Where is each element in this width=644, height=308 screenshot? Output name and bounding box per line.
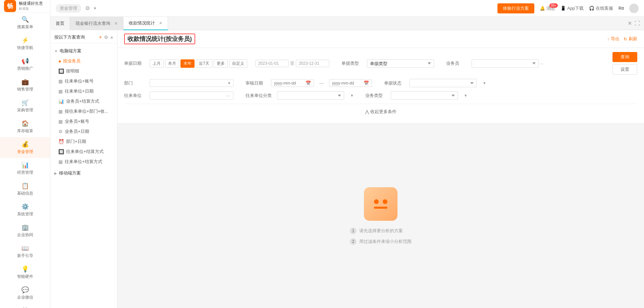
tab-expand-icon[interactable]: ⛶ bbox=[635, 20, 640, 27]
sidebar-item-system[interactable]: ⚙️ 系统管理 bbox=[0, 200, 50, 220]
counterpart-category-dropdown[interactable]: ▾ bbox=[351, 93, 353, 98]
doc-status-dropdown-icon[interactable]: ▾ bbox=[483, 81, 486, 86]
dept-receipt-icon: ▦ bbox=[58, 109, 63, 114]
date-label: 单据日期 bbox=[124, 60, 144, 66]
sidebar-item-wechat[interactable]: 💬 企业微信 bbox=[0, 283, 50, 304]
sidebar-item-member[interactable]: V 畅会员 bbox=[0, 304, 50, 308]
mobile-section: ▶ 移动端方案 bbox=[50, 168, 117, 178]
scheme-by-detail[interactable]: 🔲 按明细 bbox=[50, 66, 117, 76]
date-btn-this-month[interactable]: 本月 bbox=[165, 59, 179, 68]
scheme-counterpart-date[interactable]: ▦ 往来单位+日期 bbox=[50, 86, 117, 96]
tab-bank-flow-close[interactable]: ✕ bbox=[114, 21, 118, 26]
collapse-button[interactable]: ⋀ 收起更多条件 bbox=[361, 107, 400, 117]
sidebar-item-corp[interactable]: 🏢 企业协同 bbox=[0, 220, 50, 241]
sidebar-item-quick-nav[interactable]: ⚡ 快捷导航 bbox=[0, 33, 50, 54]
tab-bank-flow[interactable]: 现金银行流水查询 ✕ bbox=[70, 17, 123, 30]
refresh-icon: ↻ bbox=[624, 37, 627, 42]
business-type-select[interactable] bbox=[391, 91, 458, 100]
date-btn-last-7[interactable]: 近7天 bbox=[196, 59, 212, 68]
calendar-icon[interactable]: 📅 bbox=[306, 81, 311, 86]
audit-date-start[interactable]: 📅 bbox=[271, 79, 314, 87]
scheme-counterpart-settlement1[interactable]: 🔲 往来单位+结算方式 bbox=[50, 147, 117, 157]
date-start-input[interactable] bbox=[255, 60, 289, 67]
scheme-counterpart-account[interactable]: ▦ 往来单位+账号 bbox=[50, 76, 117, 86]
tab-receipt-stats-close[interactable]: ✕ bbox=[159, 21, 162, 25]
app-download-button[interactable]: 📱 App下载 bbox=[560, 5, 584, 11]
sidebar-item-operations[interactable]: 📊 经营管理 bbox=[0, 158, 50, 179]
counterpart-input[interactable]: ··· bbox=[150, 92, 233, 100]
scheme-salesperson-date[interactable]: ⚙ 业务员+日期 bbox=[50, 126, 117, 137]
sidebar-item-marketing[interactable]: 📢 营销推广 bbox=[0, 54, 50, 75]
briefcase-icon: 💼 bbox=[21, 78, 29, 86]
salesperson-more-icon[interactable]: ··· bbox=[540, 61, 544, 66]
sidebar-item-basic[interactable]: 📋 基础信息 bbox=[0, 179, 50, 200]
salesperson-label: 业务员 bbox=[446, 60, 466, 66]
scheme-by-salesperson[interactable]: ● 按业务员 bbox=[50, 56, 117, 66]
scheme-settings-icon[interactable]: ⚙ bbox=[104, 35, 108, 40]
scheme-label: 业务员+日期 bbox=[65, 129, 89, 135]
hint-text-2: 用过滤条件来缩小分析范围 bbox=[359, 239, 412, 245]
settings-button[interactable]: 设置 bbox=[612, 64, 637, 75]
date-range: 至 bbox=[255, 60, 329, 67]
scheme-counterpart-settlement2[interactable]: ▦ 往来单位+结算方式 bbox=[50, 157, 117, 167]
mobile-section-header[interactable]: ▶ 移动端方案 bbox=[50, 168, 117, 178]
tab-receipt-stats[interactable]: 收款情况统计 ✕ bbox=[123, 17, 168, 30]
trial-button[interactable]: 体验行业方案 bbox=[497, 3, 534, 13]
right-main: 收款情况统计(按业务员) ↑ 导出 ↻ 刷新 单据日期 bbox=[117, 30, 644, 308]
export-button[interactable]: ↑ 导出 bbox=[607, 36, 620, 42]
doc-type-select[interactable]: 单据类型 bbox=[367, 59, 434, 68]
query-button[interactable]: 查询 bbox=[612, 52, 637, 62]
dept-text-input[interactable] bbox=[153, 81, 227, 86]
mobile-arrow-icon: ▶ bbox=[54, 171, 57, 175]
empty-hints: 1 请先选择要分析的方案 2 用过滤条件来缩小分析范围 bbox=[350, 227, 412, 245]
date-btn-more[interactable]: 更多 bbox=[214, 59, 228, 68]
sidebar-item-label: 企业微信 bbox=[17, 295, 33, 300]
dept-dropdown-icon[interactable]: ▾ bbox=[228, 81, 230, 86]
add-scheme-button[interactable]: + bbox=[99, 34, 102, 40]
scheme-label: 业务员+结算方式 bbox=[66, 98, 99, 104]
sidebar-item-finance[interactable]: 💰 资金管理 bbox=[0, 137, 50, 158]
counterpart-dots-icon[interactable]: ··· bbox=[226, 93, 230, 98]
refresh-button[interactable]: ↻ 刷新 bbox=[624, 36, 637, 42]
left-panel: 按以下方案查询 + ⚙ « ▼ 电脑端方案 ● 按业务员 bbox=[50, 30, 117, 308]
logo: 畅 畅捷通好生意 标准版 bbox=[0, 0, 50, 12]
salesperson-select[interactable] bbox=[472, 59, 539, 68]
date-btn-last-month[interactable]: 上月 bbox=[150, 59, 164, 68]
sidebar-item-sales[interactable]: 💼 销售管理 bbox=[0, 75, 50, 96]
audit-date-end-input[interactable] bbox=[332, 81, 362, 86]
online-service-button[interactable]: 🎧 在线客服 bbox=[589, 5, 613, 11]
doc-status-select[interactable] bbox=[410, 79, 477, 87]
counterpart-category-select[interactable] bbox=[277, 91, 344, 100]
logo-icon: 畅 bbox=[4, 0, 16, 12]
audit-date-end[interactable]: 📅 bbox=[329, 79, 372, 87]
date-end-input[interactable] bbox=[296, 60, 329, 67]
dropdown-icon[interactable]: ▾ bbox=[94, 6, 96, 11]
scheme-salesperson-settlement[interactable]: 📊 业务员+结算方式 bbox=[50, 96, 117, 106]
counterpart-text-input[interactable] bbox=[153, 93, 225, 98]
tab-close-all-icon[interactable]: ✕ bbox=[628, 20, 632, 27]
panel-collapse-icon[interactable]: « bbox=[110, 35, 113, 40]
sidebar-item-hardware[interactable]: 💡 智能硬件 bbox=[0, 262, 50, 283]
calendar2-icon[interactable]: 📅 bbox=[364, 81, 369, 86]
scheme-salesperson-account[interactable]: ▦ 业务员+账号 bbox=[50, 116, 117, 126]
date-btn-custom[interactable]: 自定义 bbox=[229, 59, 247, 68]
sidebar-item-search[interactable]: 🔍 搜索菜单 bbox=[0, 12, 50, 33]
scheme-dept-date[interactable]: ⏰ 部门+日期 bbox=[50, 137, 117, 147]
sidebar-item-purchase[interactable]: 🛒 采购管理 bbox=[0, 96, 50, 116]
avatar[interactable] bbox=[629, 4, 639, 13]
dept-input[interactable]: ▾ bbox=[150, 79, 233, 87]
sidebar-item-inventory[interactable]: 🏠 库存核算 bbox=[0, 116, 50, 137]
desktop-section-header[interactable]: ▼ 电脑端方案 bbox=[50, 46, 117, 56]
gear-icon: ⚙️ bbox=[21, 203, 29, 210]
tab-home[interactable]: 首页 bbox=[50, 17, 70, 30]
sidebar-item-guide[interactable]: 📖 新手引导 bbox=[0, 241, 50, 262]
scheme-label: 按业务员 bbox=[63, 58, 80, 64]
empty-robot-illustration bbox=[364, 187, 397, 221]
date-btn-this-year[interactable]: 本年 bbox=[180, 59, 195, 68]
message-button[interactable]: 🔔 消息 99+ bbox=[540, 5, 555, 11]
hint-item-1: 1 请先选择要分析的方案 bbox=[350, 227, 412, 234]
audit-date-start-input[interactable] bbox=[274, 81, 304, 86]
scheme-counterpart-dept-receipt[interactable]: ▦ 按往来单位+部门+收... bbox=[50, 106, 117, 116]
business-type-dropdown[interactable]: ▾ bbox=[465, 93, 467, 98]
header-gear-icon[interactable]: ⚙ bbox=[85, 5, 90, 11]
